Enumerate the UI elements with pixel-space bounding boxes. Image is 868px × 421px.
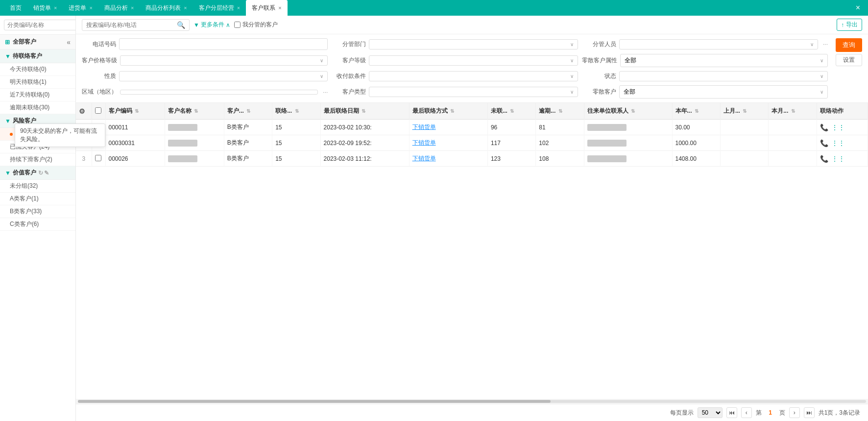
sidebar-item-today[interactable]: 今天待联络(0) [0, 63, 75, 76]
contact-action-icon[interactable]: 📞 [820, 139, 828, 147]
filter-field-nature: 性质 ∨ [82, 71, 328, 81]
tab-customer-contact-close[interactable]: × [278, 5, 281, 11]
scroll-thumb[interactable] [78, 400, 551, 403]
retail-select[interactable]: 全部 ∨ [619, 85, 828, 99]
more-action-icon[interactable]: ⋮⋮ [831, 124, 845, 131]
dept-select[interactable]: ∨ [369, 39, 578, 50]
th-code[interactable]: 客户编码 ⇅ [105, 103, 165, 120]
tab-sales[interactable]: 销货单 × [27, 0, 63, 16]
price-grade-select[interactable]: ∨ [120, 55, 328, 66]
tab-purchase[interactable]: 进货单 × [63, 0, 98, 16]
horizontal-scrollbar[interactable] [76, 399, 868, 404]
tab-sales-close[interactable]: × [54, 5, 57, 11]
last-method-link[interactable]: 下销货单 [412, 124, 436, 130]
tab-goods-analysis[interactable]: 商品分析 × [98, 0, 140, 16]
sidebar-all-customers[interactable]: ⊞ 全部客户 « [0, 35, 75, 50]
more-action-icon[interactable]: ⋮⋮ [831, 155, 845, 163]
edit-icon[interactable]: ↻ [38, 170, 43, 176]
tab-home[interactable]: 首页 [4, 0, 27, 16]
sidebar-item-overdue[interactable]: 逾期未联络(30) [0, 101, 75, 114]
phone-input[interactable] [119, 38, 328, 50]
cell-last-method: 下销货单 [409, 120, 487, 135]
cell-checkbox[interactable] [92, 151, 105, 167]
dept-chevron: ∨ [570, 42, 574, 47]
table-settings-icon[interactable]: ⚙ [79, 107, 85, 115]
next-page-btn[interactable]: › [789, 407, 800, 418]
cell-contact2 [584, 151, 672, 167]
th-contact[interactable]: 联络... ⇅ [272, 103, 320, 120]
last-method-link[interactable]: 下销货单 [412, 139, 436, 146]
th-overdue[interactable]: 逾期... ⇅ [536, 103, 584, 120]
tab-customer-tier-close[interactable]: × [237, 5, 240, 11]
contact-action-icon[interactable]: 📞 [820, 155, 828, 163]
row-checkbox[interactable] [95, 155, 101, 161]
person-select[interactable]: ∨ [619, 39, 818, 50]
th-last-date[interactable]: 最后联络日期 ⇅ [320, 103, 409, 120]
c-class-label: C类客户(6) [10, 220, 39, 228]
customer-type-select[interactable]: ∨ [369, 87, 578, 97]
th-contact2[interactable]: 往来单位联系人 ⇅ [584, 103, 672, 120]
total-info: 共1页，3条记录 [819, 409, 860, 417]
export-button[interactable]: ↑ 导出 [837, 19, 862, 31]
payment-select[interactable]: ∨ [369, 71, 578, 81]
tab-purchase-close[interactable]: × [89, 5, 92, 11]
grid-icon: ⊞ [5, 39, 10, 46]
th-last-month[interactable]: 上月... ⇅ [720, 103, 768, 120]
first-page-btn[interactable]: ⏮ [726, 407, 737, 418]
filter-field-retail: 零散客户 全部 ∨ [582, 85, 828, 99]
status-select[interactable]: ∨ [619, 71, 828, 81]
region-select[interactable] [120, 90, 318, 95]
last-page-btn[interactable]: ⏭ [804, 407, 815, 418]
settings-icon-value[interactable]: ✎ [44, 170, 49, 176]
region-dots[interactable]: ··· [323, 89, 328, 96]
query-button[interactable]: 查询 [836, 38, 862, 52]
th-this-year[interactable]: 本年... ⇅ [672, 103, 720, 120]
th-type[interactable]: 客户... ⇅ [224, 103, 272, 120]
tab-customer-contact[interactable]: 客户联系 × [246, 0, 287, 16]
sidebar-item-declining[interactable]: 持续下滑客户(2) [0, 153, 75, 166]
cell-actions: 📞 ⋮⋮ [817, 120, 868, 135]
last-method-link[interactable]: 下销货单 [412, 155, 436, 162]
more-action-icon[interactable]: ⋮⋮ [831, 139, 845, 147]
th-last-method[interactable]: 最后联络方式 ⇅ [409, 103, 487, 120]
tab-goods-list-close[interactable]: × [184, 5, 187, 11]
settings-button[interactable]: 设置 [836, 54, 862, 66]
main-search-input[interactable] [86, 22, 177, 28]
per-page-select[interactable]: 50 100 200 [698, 407, 723, 418]
current-page: 1 [766, 409, 775, 416]
page-unit: 页 [779, 409, 785, 417]
th-this-month[interactable]: 本月... ⇅ [769, 103, 817, 120]
sidebar-section-pending[interactable]: ▼ 待联络客户 [0, 50, 75, 63]
sidebar-section-value[interactable]: ▼ 价值客户 ↻ ✎ [0, 166, 75, 180]
page-label: 第 [756, 409, 762, 417]
cell-contact2 [584, 120, 672, 135]
close-window-button[interactable]: × [852, 3, 864, 12]
tab-goods-analysis-close[interactable]: × [131, 5, 134, 11]
sidebar-item-b-class[interactable]: B类客户(33) [0, 205, 75, 218]
customer-type-label: 客户类型 [332, 88, 366, 96]
sidebar-item-tomorrow[interactable]: 明天待联络(1) [0, 76, 75, 89]
sidebar-item-a-class[interactable]: A类客户(1) [0, 193, 75, 205]
sidebar-item-ungrouped[interactable]: 未分组(32) [0, 180, 75, 193]
cell-uncontact: 123 [487, 151, 535, 167]
my-customers-checkbox[interactable] [234, 22, 241, 28]
nature-select[interactable]: ∨ [119, 71, 328, 81]
cell-actions: 📞 ⋮⋮ [817, 151, 868, 167]
customer-grade-select[interactable]: ∨ [369, 55, 578, 66]
th-uncontact[interactable]: 未联... ⇅ [487, 103, 535, 120]
contact-action-icon[interactable]: 📞 [820, 124, 828, 131]
prev-page-btn[interactable]: ‹ [741, 407, 752, 418]
tab-goods-list[interactable]: 商品分析列表 × [140, 0, 193, 16]
person-dots[interactable]: ··· [823, 41, 828, 48]
sidebar-item-7days[interactable]: 近7天待联络(0) [0, 89, 75, 101]
my-customers-checkbox-wrap[interactable]: 我分管的客户 [234, 21, 278, 29]
tab-customer-tier[interactable]: 客户分层经营 × [193, 0, 246, 16]
retail-attr-select[interactable]: 全部 ∨ [620, 54, 828, 67]
main-search-icon[interactable]: 🔍 [177, 21, 185, 29]
tab-customer-contact-label: 客户联系 [252, 4, 275, 12]
select-all-checkbox[interactable] [95, 107, 101, 114]
th-name[interactable]: 客户名称 ⇅ [165, 103, 224, 120]
sidebar-item-c-class[interactable]: C类客户(6) [0, 218, 75, 231]
sidebar-search-input[interactable] [4, 20, 76, 30]
more-conditions-btn[interactable]: ▼ 更多条件 ∧ [193, 21, 230, 29]
